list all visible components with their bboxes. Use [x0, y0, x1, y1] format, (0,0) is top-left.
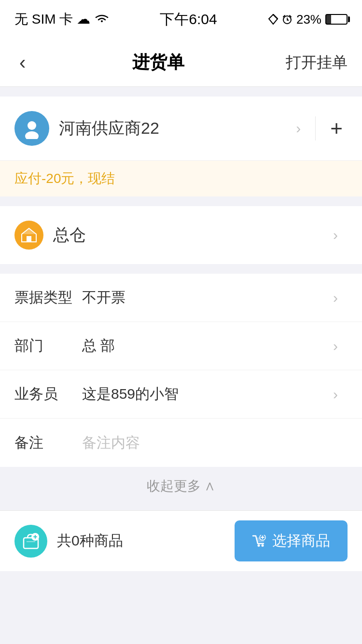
product-count: 共0种商品	[57, 531, 225, 551]
salesperson-label: 业务员	[14, 384, 72, 404]
status-time: 下午6:04	[160, 10, 217, 29]
salesperson-chevron-icon: ›	[333, 386, 338, 403]
select-product-label: 选择商品	[272, 531, 330, 551]
house-icon	[21, 227, 37, 243]
status-left: 无 SIM 卡 ☁	[14, 10, 109, 28]
location-icon	[268, 14, 278, 25]
nav-bar: ‹ 进货单 打开挂单	[0, 39, 362, 87]
supplier-chevron-icon: ›	[296, 120, 301, 137]
form-card: 票据类型 不开票 › 部门 总 部 › 业务员 这是859的小智 › 备注 备注…	[0, 274, 362, 467]
back-button[interactable]: ‹	[14, 47, 30, 78]
form-row-note[interactable]: 备注 备注内容	[0, 419, 362, 467]
svg-point-1	[28, 121, 36, 130]
divider-1	[0, 87, 362, 97]
product-icon	[14, 525, 47, 558]
supplier-avatar	[14, 111, 49, 146]
svg-point-6	[258, 544, 260, 546]
supplier-name: 河南供应商22	[59, 117, 296, 140]
status-bar: 无 SIM 卡 ☁ 下午6:04 23%	[0, 0, 362, 39]
svg-rect-3	[27, 236, 31, 242]
notice-text: 应付-20元，现结	[14, 171, 115, 186]
avatar-icon	[21, 118, 42, 139]
empty-area	[0, 571, 362, 644]
alarm-icon	[282, 14, 292, 25]
cart-icon	[252, 535, 266, 547]
open-pending-button[interactable]: 打开挂单	[286, 52, 348, 73]
warehouse-name: 总仓	[53, 224, 333, 246]
warehouse-icon	[14, 221, 43, 250]
wifi-icon	[95, 14, 109, 25]
department-chevron-icon: ›	[333, 338, 338, 354]
supplier-card: 河南供应商22 › + 应付-20元，现结	[0, 97, 362, 196]
department-value: 总 部	[72, 336, 333, 356]
form-row-ticket[interactable]: 票据类型 不开票 ›	[0, 274, 362, 322]
department-label: 部门	[14, 336, 72, 356]
divider-3	[0, 264, 362, 274]
bottom-bar: 共0种商品 选择商品	[0, 510, 362, 571]
warehouse-row[interactable]: 总仓 ›	[0, 206, 362, 264]
warehouse-card[interactable]: 总仓 ›	[0, 206, 362, 264]
status-right: 23%	[268, 12, 348, 27]
ticket-type-label: 票据类型	[14, 288, 72, 308]
notice-bar: 应付-20元，现结	[0, 161, 362, 196]
collapse-label: 收起更多 ∧	[147, 477, 216, 495]
note-label: 备注	[14, 433, 72, 453]
ticket-chevron-icon: ›	[333, 290, 338, 306]
svg-point-2	[25, 131, 39, 139]
svg-point-7	[262, 544, 264, 546]
form-row-department[interactable]: 部门 总 部 ›	[0, 322, 362, 370]
ticket-type-value: 不开票	[72, 288, 333, 308]
warehouse-chevron-icon: ›	[333, 227, 338, 243]
shopping-bag-icon	[22, 532, 40, 550]
select-product-button[interactable]: 选择商品	[235, 520, 348, 561]
divider-4	[0, 505, 362, 510]
supplier-row[interactable]: 河南供应商22 › +	[0, 97, 362, 161]
battery-icon	[325, 14, 348, 25]
salesperson-value: 这是859的小智	[72, 384, 333, 404]
divider-2	[0, 196, 362, 206]
battery-percent: 23%	[296, 12, 321, 27]
form-row-salesperson[interactable]: 业务员 这是859的小智 ›	[0, 370, 362, 419]
add-supplier-button[interactable]: +	[315, 116, 348, 140]
page-title: 进货单	[132, 51, 184, 74]
no-sim-label: 无 SIM 卡 ☁	[14, 10, 90, 28]
note-input[interactable]: 备注内容	[72, 433, 348, 453]
collapse-toggle[interactable]: 收起更多 ∧	[0, 467, 362, 505]
